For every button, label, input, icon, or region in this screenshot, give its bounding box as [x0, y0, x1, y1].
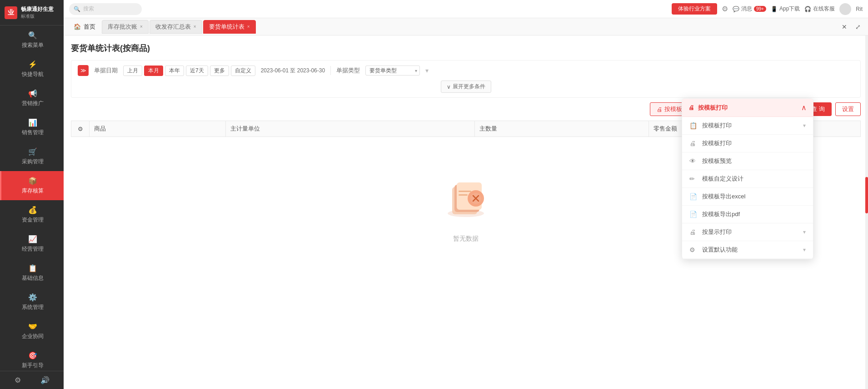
date-btn-more[interactable]: 更多	[210, 66, 229, 76]
template-pdf-icon: 📄	[689, 211, 698, 218]
newguide-icon: 🎯	[28, 351, 37, 360]
sidebar-item-inventory[interactable]: 📦库存核算	[0, 171, 64, 200]
empty-illustration	[439, 173, 493, 227]
filter-collapse-btn[interactable]: ≫	[78, 65, 89, 76]
dropdown-header: 🖨 按模板打印 ∧	[682, 99, 813, 117]
tab-close-all[interactable]: ✕	[839, 21, 850, 32]
date-buttons: 上月 本月 本年 近7天 更多 自定义	[123, 66, 255, 76]
template-print-icon: 🖨	[689, 140, 698, 147]
tab-stats-close[interactable]: ×	[247, 24, 250, 29]
sidebar-nav: 🔍搜索菜单⚡快捷导航📢营销推广📊销售管理🛒采购管理📦库存核算💰资金管理📈经营管理…	[0, 25, 64, 371]
sidebar-footer: ⚙ 🔊	[0, 371, 64, 389]
type-select-arrow: ▾	[425, 67, 429, 74]
current-icon: 📋	[689, 122, 698, 129]
inventory-icon: 📦	[28, 177, 37, 185]
date-btn-custom[interactable]: 自定义	[231, 66, 255, 76]
tab-batch[interactable]: 库存批次账 ×	[102, 20, 149, 34]
messages-badge: 99+	[754, 6, 766, 12]
main-content: 🔍 搜索 体验行业方案 ⚙ 💬 消息 99+ 📱 App下载 🎧 在线客服 Ri…	[64, 0, 868, 389]
date-btn-this-month[interactable]: 本月	[144, 66, 163, 76]
topbar: 🔍 搜索 体验行业方案 ⚙ 💬 消息 99+ 📱 App下载 🎧 在线客服 Ri…	[64, 0, 868, 18]
col-qty: 主数量	[475, 121, 649, 137]
sidebar-item-marketing[interactable]: 📢营销推广	[0, 84, 64, 113]
expand-conditions-btn[interactable]: ∨ 展开更多条件	[441, 81, 491, 93]
svg-rect-8	[459, 191, 471, 192]
set-default-arrow: ▾	[803, 247, 806, 253]
current-arrow: ▾	[803, 122, 806, 129]
type-select[interactable]: 要货单类型	[365, 66, 420, 76]
date-label: 单据日期	[94, 66, 118, 75]
page-content: 要货单统计表(按商品) ≫ 单据日期 上月 本月 本年 近7天 更多 自定义 2…	[64, 35, 868, 389]
gear-icon[interactable]: ⚙	[722, 5, 728, 13]
dropdown-title: 按模板打印	[698, 104, 728, 112]
tab-summary-close[interactable]: ×	[194, 24, 196, 29]
table-settings-col[interactable]: ⚙	[71, 121, 90, 137]
logo-icon: 业	[5, 6, 17, 19]
dropdown-set-default[interactable]: ⚙ 设置默认功能 ▾	[682, 241, 813, 259]
display-print-icon: 🖨	[689, 228, 698, 236]
sidebar-item-shortcut[interactable]: ⚡快捷导航	[0, 55, 64, 84]
filter-divider	[330, 66, 331, 75]
messages-btn[interactable]: 💬 消息 99+	[733, 5, 766, 13]
dropdown-current-item[interactable]: 📋 按模板打印 ▾	[682, 117, 813, 135]
tab-end-controls: ✕ ⤢	[839, 21, 863, 32]
service-icon: 🎧	[804, 6, 811, 12]
system-icon: ⚙️	[28, 293, 37, 302]
audio-footer-icon[interactable]: 🔊	[40, 376, 50, 384]
tab-batch-close[interactable]: ×	[140, 24, 143, 29]
message-icon: 💬	[733, 6, 739, 12]
dropdown-close-btn[interactable]: ∧	[801, 103, 807, 112]
app-download-btn[interactable]: 📱 App下载	[771, 5, 800, 13]
set-default-icon: ⚙	[689, 246, 698, 253]
sidebar-item-operation[interactable]: 📈经营管理	[0, 229, 64, 258]
sidebar-item-basic[interactable]: 📋基础信息	[0, 258, 64, 288]
basic-icon: 📋	[28, 264, 37, 273]
dropdown-template-design[interactable]: ✏ 模板自定义设计	[682, 170, 813, 188]
finance-icon: 💰	[28, 206, 37, 214]
scrollbar-thumb	[865, 177, 868, 213]
sidebar-item-enterprise[interactable]: 🤝企业协同	[0, 317, 64, 346]
right-scrollbar[interactable]	[865, 35, 868, 389]
download-icon: 📱	[771, 6, 778, 12]
dropdown-template-excel[interactable]: 📄 按模板导出excel	[682, 188, 813, 206]
tab-maximize[interactable]: ⤢	[853, 21, 863, 32]
sidebar-item-sales[interactable]: 📊销售管理	[0, 113, 64, 142]
date-btn-7days[interactable]: 近7天	[186, 66, 208, 76]
logo-text: 畅康通好生意 标准版	[21, 5, 54, 20]
filter-bar: ≫ 单据日期 上月 本月 本年 近7天 更多 自定义 2023-06-01 至 …	[71, 60, 861, 98]
enterprise-icon: 🤝	[28, 322, 37, 331]
dropdown-template-pdf[interactable]: 📄 按模板导出pdf	[682, 206, 813, 223]
date-range-display: 2023-06-01 至 2023-06-30	[261, 67, 325, 75]
template-preview-icon: 👁	[689, 157, 698, 165]
dropdown-template-preview[interactable]: 👁 按模板预览	[682, 152, 813, 170]
operation-icon: 📈	[28, 235, 37, 243]
dropdown-display-print[interactable]: 🖨 按显示打印 ▾	[682, 223, 813, 241]
dropdown-template-print[interactable]: 🖨 按模板打印	[682, 135, 813, 152]
online-service-btn[interactable]: 🎧 在线客服	[804, 5, 835, 13]
sidebar-item-purchase[interactable]: 🛒采购管理	[0, 142, 64, 171]
settings-btn[interactable]: 设置	[835, 102, 861, 116]
settings-footer-icon[interactable]: ⚙	[15, 376, 21, 384]
type-select-wrap: 要货单类型	[365, 66, 420, 76]
sidebar-item-search[interactable]: 🔍搜索菜单	[0, 25, 64, 55]
sidebar-item-finance[interactable]: 💰资金管理	[0, 200, 64, 229]
sales-icon: 📊	[28, 118, 37, 127]
page-title: 要货单统计表(按商品)	[71, 43, 861, 54]
svg-rect-9	[459, 194, 468, 196]
avatar[interactable]	[839, 3, 851, 15]
search-bar[interactable]: 🔍 搜索	[69, 3, 142, 15]
empty-text: 暂无数据	[453, 235, 479, 243]
tab-summary[interactable]: 收发存汇总表 ×	[150, 20, 202, 34]
search-icon: 🔍	[28, 31, 37, 40]
filter-row: ≫ 单据日期 上月 本月 本年 近7天 更多 自定义 2023-06-01 至 …	[78, 65, 854, 76]
date-btn-last-month[interactable]: 上月	[123, 66, 142, 76]
type-label: 单据类型	[336, 66, 360, 75]
search-icon: 🔍	[74, 6, 80, 12]
tab-home[interactable]: 🏠 首页	[68, 20, 101, 34]
date-btn-this-year[interactable]: 本年	[165, 66, 184, 76]
sidebar-item-newguide[interactable]: 🎯新手引导	[0, 346, 64, 371]
tab-stats[interactable]: 要货单统计表 ×	[203, 20, 256, 34]
sidebar-item-system[interactable]: ⚙️系统管理	[0, 288, 64, 317]
template-excel-icon: 📄	[689, 193, 698, 200]
promo-button[interactable]: 体验行业方案	[672, 3, 717, 15]
